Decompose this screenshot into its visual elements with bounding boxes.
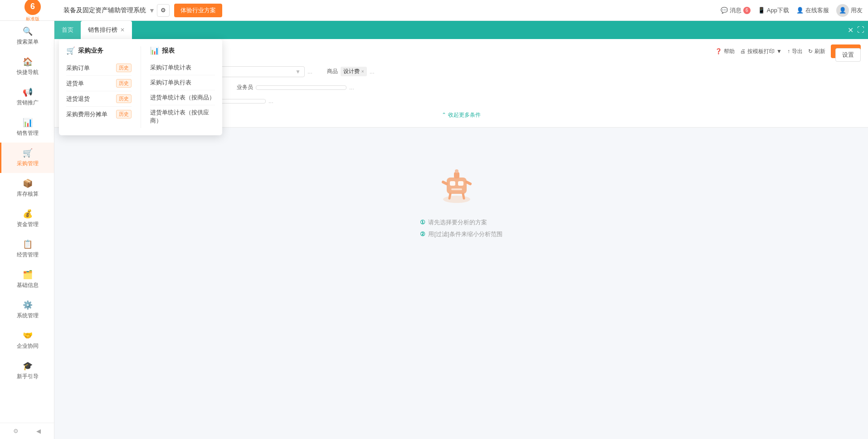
svg-line-9 bbox=[449, 194, 450, 198]
history-badge-expense: 历史 bbox=[116, 110, 132, 118]
msg-icon: 💬 bbox=[721, 7, 728, 14]
user-item[interactable]: 👤 用友 bbox=[836, 4, 863, 17]
goods-tag: 设计费 × bbox=[341, 67, 367, 76]
svg-line-8 bbox=[467, 182, 470, 184]
voucher-status-dots[interactable]: ... bbox=[307, 68, 312, 75]
logo-area: 6 标准版 bbox=[5, 0, 60, 22]
industry-btn[interactable]: 体验行业方案 bbox=[174, 4, 222, 17]
chevron-down-icon: ▼ bbox=[295, 69, 301, 75]
settings-icon[interactable]: ⚙ bbox=[157, 4, 170, 17]
dropdown-item-return[interactable]: 进货退货 历史 bbox=[66, 91, 132, 107]
sidebar-item-newbie[interactable]: 🎓 新手引导 bbox=[0, 355, 54, 386]
dropdown-item-po[interactable]: 采购订单 历史 bbox=[66, 60, 132, 76]
sidebar-item-sales[interactable]: 📊 销售管理 bbox=[0, 112, 54, 143]
service-icon: 👤 bbox=[796, 7, 804, 14]
dropdown-item-receipt-supplier[interactable]: 进货单统计表（按供应商） bbox=[150, 105, 215, 128]
report-col-icon: 📊 bbox=[150, 46, 159, 55]
top-bar: 6 标准版 装备及固定资产辅助管理系统 ▼ ⚙ 体验行业方案 💬 消息 6 📱 … bbox=[0, 0, 868, 21]
dropdown-item-po-stat[interactable]: 采购订单统计表 bbox=[150, 60, 215, 75]
help-btn[interactable]: ❓ 帮助 bbox=[715, 48, 735, 55]
goods-dots[interactable]: ... bbox=[370, 68, 375, 75]
sidebar-item-inventory[interactable]: 📦 库存核算 bbox=[0, 173, 54, 203]
print-icon: 🖨 bbox=[740, 48, 746, 54]
msg-badge: 6 bbox=[743, 7, 751, 14]
salesperson-input[interactable] bbox=[256, 85, 346, 90]
avatar: 👤 bbox=[836, 4, 849, 17]
settings-btn[interactable]: 设置 bbox=[835, 48, 861, 62]
tab-home[interactable]: 首页 bbox=[54, 21, 81, 39]
report-col: 📊 报表 采购订单统计表 采购订单执行表 进货单统计表（按商品） 进货单统计表（… bbox=[150, 46, 215, 128]
goods-tag-close[interactable]: × bbox=[361, 69, 364, 74]
report-col-title: 📊 报表 bbox=[150, 46, 215, 55]
sidebar-label-quick: 快捷导航 bbox=[17, 69, 39, 76]
tab-home-label: 首页 bbox=[62, 26, 73, 34]
export-btn[interactable]: ↑ 导出 bbox=[787, 48, 803, 55]
salesperson-dots[interactable]: ... bbox=[349, 84, 354, 91]
dropdown-item-receipt[interactable]: 进货单 历史 bbox=[66, 76, 132, 91]
sidebar-item-system[interactable]: ⚙️ 系统管理 bbox=[0, 295, 54, 325]
refresh-btn[interactable]: ↻ 刷新 bbox=[808, 48, 825, 55]
sidebar-label-purchase: 采购管理 bbox=[17, 160, 39, 168]
operation-icon: 📋 bbox=[23, 239, 33, 249]
sidebar-label-enterprise: 企业协同 bbox=[17, 342, 39, 350]
help-icon: ❓ bbox=[715, 48, 722, 54]
customer-dots[interactable]: ... bbox=[268, 98, 273, 104]
print-btn[interactable]: 🖨 按模板打印 ▼ bbox=[740, 48, 782, 55]
dropdown-item-po-exec[interactable]: 采购订单执行表 bbox=[150, 75, 215, 90]
inventory-icon: 📦 bbox=[23, 178, 33, 188]
empty-text: ① 请先选择要分析的方案 ② 用[过滤]条件来缩小分析范围 bbox=[420, 217, 502, 240]
enterprise-icon: 🤝 bbox=[23, 330, 33, 340]
sidebar-item-base[interactable]: 🗂️ 基础信息 bbox=[0, 264, 54, 295]
sidebar-label-newbie: 新手引导 bbox=[17, 373, 39, 380]
salesperson-label: 业务员 bbox=[237, 84, 253, 91]
sidebar-footer: ⚙ ◀ bbox=[0, 423, 54, 439]
filter-salesperson: 业务员 ... bbox=[237, 84, 354, 91]
marketing-icon: 📢 bbox=[23, 87, 33, 97]
tab-close-icon[interactable]: ✕ bbox=[120, 27, 125, 33]
dropdown-item-receipt-goods[interactable]: 进货单统计表（按商品） bbox=[150, 90, 215, 105]
sidebar-label-finance: 资金管理 bbox=[17, 221, 39, 228]
tab-bar-end: ✕ ⛶ bbox=[848, 26, 868, 35]
tab-sales-rank[interactable]: 销售排行榜 ✕ bbox=[81, 21, 132, 39]
sidebar-item-marketing[interactable]: 📢 营销推广 bbox=[0, 82, 54, 112]
top-right: 💬 消息 6 📱 App下载 👤 在线客服 👤 用友 bbox=[721, 4, 863, 17]
app-download-item[interactable]: 📱 App下载 bbox=[758, 6, 789, 15]
svg-rect-3 bbox=[458, 181, 463, 186]
svg-rect-5 bbox=[454, 172, 459, 178]
sidebar-label-sales: 销售管理 bbox=[17, 129, 39, 137]
filter-goods: 商品 设计费 × ... bbox=[327, 67, 375, 76]
dropdown-item-expense[interactable]: 采购费用分摊单 历史 bbox=[66, 107, 132, 122]
service-item[interactable]: 👤 在线客服 bbox=[796, 6, 829, 15]
footer-collapse-icon[interactable]: ◀ bbox=[36, 428, 41, 434]
sidebar-item-quick[interactable]: 🏠 快捷导航 bbox=[0, 51, 54, 82]
sidebar-item-enterprise[interactable]: 🤝 企业协同 bbox=[0, 325, 54, 355]
sidebar-item-operation[interactable]: 📋 经营管理 bbox=[0, 234, 54, 264]
tab-expand-btn[interactable]: ⛶ bbox=[857, 26, 864, 34]
title-dropdown-icon[interactable]: ▼ bbox=[149, 7, 155, 14]
msg-item[interactable]: 💬 消息 6 bbox=[721, 6, 751, 15]
tab-bar: 首页 销售排行榜 ✕ ✕ ⛶ bbox=[54, 21, 868, 39]
sidebar-item-finance[interactable]: 💰 资金管理 bbox=[0, 203, 54, 234]
phone-icon: 📱 bbox=[758, 7, 765, 14]
sidebar-item-search[interactable]: 🔍 搜索菜单 bbox=[0, 21, 54, 51]
svg-rect-6 bbox=[455, 169, 458, 173]
tab-close-btn[interactable]: ✕ bbox=[848, 26, 853, 35]
history-badge-po: 历史 bbox=[116, 64, 132, 72]
history-badge-return: 历史 bbox=[116, 94, 132, 103]
sidebar-label-inventory: 库存核算 bbox=[17, 190, 39, 198]
purchase-icon: 🛒 bbox=[23, 148, 33, 158]
sidebar-item-purchase[interactable]: 🛒 采购管理 bbox=[0, 143, 54, 173]
sidebar-label-search: 搜索菜单 bbox=[17, 38, 39, 46]
purchase-col: 🛒 采购业务 采购订单 历史 进货单 历史 进货退货 历史 采购费用分摊单 历史 bbox=[66, 46, 132, 128]
footer-settings-icon[interactable]: ⚙ bbox=[13, 428, 19, 434]
sidebar-label-base: 基础信息 bbox=[17, 281, 39, 289]
system-icon: ⚙️ bbox=[23, 300, 33, 310]
sidebar-label-operation: 经营管理 bbox=[17, 251, 39, 259]
finance-icon: 💰 bbox=[23, 209, 33, 219]
purchase-dropdown: 🛒 采购业务 采购订单 历史 进货单 历史 进货退货 历史 采购费用分摊单 历史… bbox=[59, 39, 222, 135]
logo-icon: 6 bbox=[24, 0, 41, 15]
system-title-text: 装备及固定资产辅助管理系统 bbox=[63, 6, 146, 15]
voucher-status-input[interactable]: ▼ bbox=[214, 66, 305, 77]
sidebar-label-marketing: 营销推广 bbox=[17, 99, 39, 107]
history-badge-receipt: 历史 bbox=[116, 79, 132, 88]
